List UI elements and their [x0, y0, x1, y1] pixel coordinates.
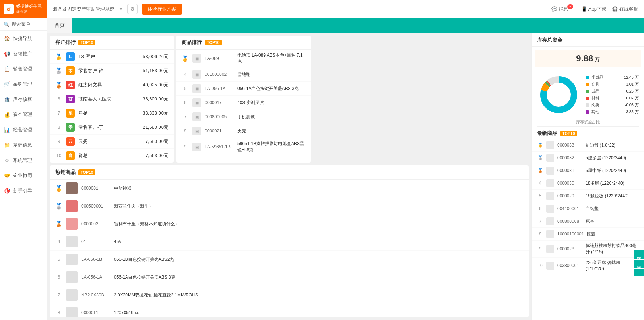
- prod-name-5: 手机测试: [237, 114, 306, 120]
- legend-row-1: 文具 1.01 万: [586, 82, 639, 87]
- hot-code-7: NB2.0X30B: [81, 292, 110, 298]
- rank-num-6: 8: [55, 125, 62, 130]
- sidebar-item-finance[interactable]: 💰 资金管理: [0, 107, 47, 122]
- customer-amount-1: 53,006.26元: [143, 53, 168, 60]
- tab-home[interactable]: 首页: [47, 18, 72, 33]
- legend-name-0: 半成品: [591, 75, 621, 80]
- new-thumb-3: [546, 167, 554, 175]
- basic-icon: 📁: [4, 142, 10, 148]
- prod-code-1: LA-089: [205, 56, 234, 61]
- medal-2-icon: 🥈: [55, 67, 62, 74]
- float-customer-service-btn[interactable]: 客服热线: [634, 250, 644, 259]
- customer-avatar-4: 苍: [66, 95, 75, 103]
- product-ranking-title: 商品排行: [182, 39, 202, 46]
- prod-rank-num-4: 6: [182, 100, 189, 105]
- legend-row-5: 其他 -3.86 万: [586, 109, 639, 115]
- hot-rank-7: 7: [55, 292, 62, 298]
- dropdown-arrow-icon[interactable]: ▼: [119, 7, 123, 12]
- prod-thumb-1: ▣: [192, 54, 201, 63]
- prod-thumb-2: ▣: [192, 70, 201, 79]
- sidebar-label-inventory: 库存核算: [13, 96, 32, 103]
- app-download-button[interactable]: 📱 App下载: [581, 6, 606, 12]
- prod-name-3: 056-1A白色按键开关盖ABS 3克: [237, 86, 306, 92]
- logo-text: 畅捷通好生意: [16, 4, 42, 9]
- legend-name-4: 肉类: [591, 102, 623, 108]
- float-community-btn[interactable]: 服务社区: [634, 260, 644, 268]
- sidebar-item-sales[interactable]: 📋 销售管理: [0, 61, 47, 77]
- prod-rank-row-6: 8 ▣ 0000021 夹壳: [176, 124, 311, 138]
- legend-val-4: -0.05 万: [625, 102, 639, 108]
- search-menu[interactable]: 🔍 搜索菜单: [0, 18, 47, 31]
- hot-name-6: 056-1A白色按键开关盖ABS 3克: [114, 274, 523, 280]
- new-thumb-1: [546, 141, 554, 149]
- sidebar-item-newbie[interactable]: 🎯 新手引导: [0, 183, 47, 198]
- new-code-2: 0000032: [557, 155, 583, 160]
- sidebar-item-inventory[interactable]: 🏦 库存核算: [0, 92, 47, 107]
- sales-icon: 📋: [4, 66, 10, 72]
- customer-ranking-badge: TOP10: [78, 40, 95, 45]
- sidebar-label-finance: 资金管理: [13, 111, 32, 118]
- system-icon: ⚙: [4, 157, 10, 164]
- new-thumb-5: [546, 192, 554, 200]
- online-service-button[interactable]: 🎧 在线客服: [612, 6, 638, 12]
- prod-code-3: LA-056-1A: [205, 86, 234, 91]
- customer-rank-row-8: 10 肖 肖总 7,563.00元: [50, 149, 174, 163]
- new-name-9: 体端荔枝味苏打饮品400毫升 (1*15): [586, 243, 639, 255]
- sidebar-label-marketing: 营销推广: [13, 50, 32, 57]
- customer-amount-8: 7,563.00元: [145, 152, 168, 159]
- product-ranking-panel: 商品排行 TOP10 🥇 ▣ LA-089 电池盖 LA-089 ABS本色+黑…: [176, 36, 311, 163]
- customer-amount-2: 51,183.00元: [143, 67, 168, 74]
- sidebar-item-purchase[interactable]: 🛒 采购管理: [0, 77, 47, 92]
- customer-name-6: 零售客户-于: [78, 124, 139, 131]
- customer-rank-row-1: 🥇 L LS 客户 53,006.26元: [50, 50, 174, 64]
- inventory-chart-area: 半成品 12.45 万 文具 1.01 万 成品 0.25 万: [532, 70, 644, 119]
- rank-num-5: 7: [55, 111, 62, 116]
- prod-rank-row-4: 6 ▣ 0000017 10S 变刹罗弦: [176, 96, 311, 110]
- tab-home-label: 首页: [54, 22, 65, 29]
- legend-dot-0: [586, 76, 589, 79]
- sidebar-label-sales: 销售管理: [13, 66, 32, 72]
- sidebar-item-collab[interactable]: 🤝 企业协同: [0, 168, 47, 183]
- prod-rank-row-5: 7 ▣ 000800005 手机测试: [176, 110, 311, 124]
- topbar-right: 💬 消息 6 📱 App下载 🎧 在线客服: [551, 6, 638, 12]
- hot-thumb-2: [66, 200, 78, 212]
- float-service: 客服热线 服务社区 直播: [634, 250, 644, 276]
- sidebar-item-operations[interactable]: 📊 经营管理: [0, 122, 47, 138]
- message-button[interactable]: 💬 消息 6: [551, 6, 575, 12]
- app-logo: 好 畅捷通好生意 标准版: [0, 0, 47, 18]
- legend-row-4: 肉类 -0.05 万: [586, 102, 639, 108]
- medal-3-icon: 🥉: [55, 82, 62, 89]
- sidebar-item-marketing[interactable]: 📢 营销推广: [0, 46, 47, 61]
- panels: 客户排行 TOP10 🥇 L LS 客户 53,006.26元 🥈: [47, 33, 531, 320]
- new-thumb-7: [546, 217, 554, 225]
- new-prod-row-9: 9 0000028 体端荔枝味苏打饮品400毫升 (1*15): [532, 241, 644, 258]
- purchase-icon: 🛒: [4, 81, 10, 87]
- sidebar-item-shortcuts[interactable]: 🏠 快捷导航: [0, 31, 47, 46]
- sidebar-item-basic[interactable]: 📁 基础信息: [0, 138, 47, 153]
- hot-products-section: 热销商品 TOP10 🥇 0000001 中华神器 🥈: [50, 165, 529, 317]
- legend-name-3: 材料: [591, 95, 624, 101]
- prod-code-2: 001000002: [205, 72, 234, 77]
- hot-thumb-4: [66, 236, 78, 247]
- marketing-icon: 📢: [4, 50, 10, 57]
- collab-icon: 🤝: [4, 172, 10, 179]
- customer-rank-row-3: 🥉 红 红太阳文具 40,925.00元: [50, 78, 174, 92]
- sidebar-label-purchase: 采购管理: [13, 81, 32, 87]
- settings-button[interactable]: ⚙: [127, 4, 138, 14]
- float-live-btn[interactable]: 直播: [634, 269, 644, 276]
- new-prod-row-5: 5 0000029 18颗粒板 (1220*2440): [532, 190, 644, 202]
- try-button[interactable]: 体验行业方案: [142, 4, 182, 15]
- rank-num-8: 10: [55, 153, 62, 158]
- prod-medal-1-icon: 🥇: [182, 55, 189, 62]
- new-rank-4: 4: [537, 181, 543, 186]
- hot-prod-row-3: 🥉 0000002 智利车子里（规格不知道填什么）: [50, 215, 529, 233]
- sidebar-item-system[interactable]: ⚙ 系统管理: [0, 153, 47, 168]
- new-prod-row-2: 🥈 0000032 5厘多层 (1220*2440): [532, 152, 644, 164]
- search-icon: 🔍: [4, 22, 9, 27]
- customer-avatar-2: 零: [66, 66, 75, 75]
- new-name-5: 18颗粒板 (1220*2440): [586, 193, 639, 199]
- finance-icon: 💰: [4, 111, 10, 118]
- prod-code-6: 0000021: [205, 128, 234, 134]
- app-download-label: App下载: [588, 6, 606, 12]
- prod-name-7: 59651-1B旋转投影灯电池盒ABS黑色+58克: [237, 141, 306, 153]
